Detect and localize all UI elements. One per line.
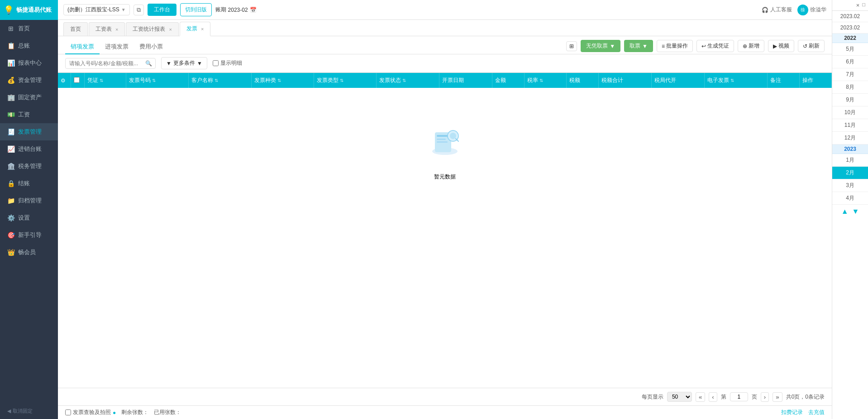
- deduct-record-link[interactable]: 扣费记录: [781, 409, 803, 416]
- table-settings-button[interactable]: ⊞: [566, 41, 577, 51]
- used-area: 已用张数：: [154, 409, 181, 416]
- switch-version-button[interactable]: 切到旧版: [180, 3, 212, 16]
- date-item-mar-2023[interactable]: 3月: [832, 179, 868, 192]
- tab-salary-table[interactable]: 工资表 ×: [89, 22, 125, 36]
- close-invoice-tab[interactable]: ×: [201, 26, 204, 32]
- salary-icon: 💵: [7, 111, 14, 118]
- sort-icon[interactable]: ⇅: [340, 78, 343, 83]
- sort-icon[interactable]: ⇅: [730, 78, 734, 83]
- search-input[interactable]: [65, 58, 156, 69]
- sidebar-item-finance[interactable]: 💰 资金管理: [0, 72, 58, 89]
- company-selector[interactable]: (勿删）江西股宝-LSS ▼: [63, 4, 130, 15]
- sidebar-item-tax[interactable]: 🏛️ 税务管理: [0, 158, 58, 175]
- subtab-sales-invoice[interactable]: 销项发票: [65, 40, 100, 54]
- date-item-november[interactable]: 11月: [832, 119, 868, 132]
- sidebar-item-member[interactable]: 👑 畅会员: [0, 244, 58, 261]
- customer-label: 客户名称: [191, 77, 213, 84]
- next-year-button[interactable]: ▼: [852, 207, 859, 216]
- refresh-button[interactable]: ↺ 刷新: [798, 40, 825, 52]
- headset-icon: 🎧: [762, 7, 768, 13]
- sort-icon[interactable]: ⇅: [152, 78, 156, 83]
- sidebar-item-guide[interactable]: 🎯 新手引导: [0, 226, 58, 244]
- generate-voucher-button[interactable]: ↩ 生成凭证: [696, 40, 734, 52]
- member-icon: 👑: [7, 249, 14, 256]
- date-item-august[interactable]: 8月: [832, 81, 868, 94]
- close-panel-button[interactable]: ×: [856, 2, 860, 9]
- date-item-july[interactable]: 7月: [832, 68, 868, 81]
- sidebar-item-close[interactable]: 🔒 结账: [0, 175, 58, 192]
- maximize-panel-button[interactable]: □: [862, 2, 865, 9]
- user-menu[interactable]: 徐 徐溢华: [797, 5, 826, 15]
- date-item-september[interactable]: 9月: [832, 94, 868, 106]
- show-detail-checkbox[interactable]: [213, 60, 219, 66]
- invoice-check-checkbox[interactable]: [65, 409, 71, 415]
- sort-icon[interactable]: ⇅: [402, 78, 406, 83]
- sort-icon[interactable]: ⇅: [277, 78, 281, 83]
- close-salary-stats-tab[interactable]: ×: [169, 27, 172, 32]
- sidebar-item-sales[interactable]: 📈 进销台账: [0, 140, 58, 158]
- show-detail-label[interactable]: 显示明细: [213, 59, 242, 67]
- new-button[interactable]: ⊕ 新增: [738, 40, 764, 52]
- video-button[interactable]: ▶ 视频: [768, 40, 794, 52]
- subtab-expense-receipt[interactable]: 费用小票: [134, 40, 168, 54]
- subtab-purchase-invoice[interactable]: 进项发票: [100, 40, 134, 54]
- sidebar-item-salary[interactable]: 💵 工资: [0, 106, 58, 123]
- sort-icon[interactable]: ⇅: [215, 78, 218, 83]
- sidebar-item-ledger[interactable]: 📋 总账: [0, 37, 58, 54]
- invoice-type-label: 发票种类: [254, 77, 276, 84]
- page-input[interactable]: [730, 392, 748, 401]
- no-voucher-button[interactable]: 无凭取票 ▼: [581, 40, 620, 52]
- date-item-may[interactable]: 5月: [832, 43, 868, 56]
- more-conditions-button[interactable]: ▼ 更多条件 ▼: [161, 57, 207, 69]
- customer-service-button[interactable]: 🎧 人工客服: [762, 6, 792, 14]
- header: (勿删）江西股宝-LSS ▼ ⧉ 工作台 切到旧版 账期 2023-02 📅 🎧…: [58, 0, 832, 20]
- sort-icon[interactable]: ⇅: [100, 78, 103, 83]
- unpin-button[interactable]: ◀ 取消固定: [0, 403, 58, 419]
- per-page-select[interactable]: 50 10 20 100: [667, 392, 692, 402]
- date-item-october[interactable]: 10月: [832, 106, 868, 119]
- date-item-apr-2023[interactable]: 4月: [832, 192, 868, 205]
- date-item-jan-2023[interactable]: 1月: [832, 154, 868, 167]
- first-page-button[interactable]: «: [696, 392, 705, 402]
- date-item-june[interactable]: 6月: [832, 56, 868, 68]
- close-salary-table-tab[interactable]: ×: [115, 27, 118, 32]
- tab-invoice[interactable]: 发票 ×: [180, 22, 210, 36]
- tab-home[interactable]: 首页: [63, 22, 88, 36]
- sidebar-item-invoice[interactable]: 🧾 发票管理: [0, 123, 58, 140]
- amount-label: 金额: [495, 77, 506, 84]
- sidebar-item-assets[interactable]: 🏢 固定资产: [0, 89, 58, 106]
- period-text: 账期 2023-02 📅: [215, 6, 257, 14]
- date-item-2023-02-first[interactable]: 2023.02: [832, 11, 868, 22]
- recharge-link[interactable]: 去充值: [808, 409, 825, 416]
- col-invoice-type: 发票种类⇅: [251, 73, 314, 88]
- next-page-button[interactable]: ›: [761, 392, 769, 402]
- tax-rate-label: 税率: [527, 77, 538, 84]
- tab-salary-stats[interactable]: 工资统计报表 ×: [126, 22, 178, 36]
- svg-rect-4: [437, 141, 448, 143]
- sidebar-item-label: 归档管理: [18, 197, 42, 205]
- last-page-button[interactable]: »: [773, 392, 782, 402]
- workbench-button[interactable]: 工作台: [148, 4, 176, 16]
- col-operation: 操作: [799, 73, 831, 88]
- sidebar-item-archive[interactable]: 📁 归档管理: [0, 192, 58, 209]
- date-item-2023-02-second[interactable]: 2023.02: [832, 22, 868, 34]
- sidebar-item-settings[interactable]: ⚙️ 设置: [0, 209, 58, 226]
- voucher-button[interactable]: 取票 ▼: [624, 40, 653, 52]
- date-item-december[interactable]: 12月: [832, 132, 868, 144]
- search-icon: 🔍: [145, 60, 152, 67]
- date-item-feb-2023[interactable]: 2月: [832, 167, 868, 179]
- sidebar-item-reports[interactable]: 📊 报表中心: [0, 54, 58, 72]
- prev-page-button[interactable]: ‹: [709, 392, 717, 402]
- sidebar-item-label: 畅会员: [18, 248, 36, 256]
- copy-button[interactable]: ⧉: [134, 5, 144, 15]
- pagination: 每页显示 50 10 20 100 « ‹ 第 页 › » 共0页，0条记录: [58, 388, 832, 405]
- batch-icon: ≡: [662, 43, 665, 49]
- sidebar-item-home[interactable]: ⊞ 首页: [0, 20, 58, 37]
- prev-year-button[interactable]: ▲: [841, 207, 849, 216]
- table-area: ⚙ 凭证⇅ 发票号码⇅ 客户名称⇅: [58, 73, 832, 388]
- sort-icon[interactable]: ⇅: [539, 78, 543, 83]
- col-remark: 备注: [767, 73, 799, 88]
- tax-label: 税额: [569, 77, 580, 84]
- batch-operations-button[interactable]: ≡ 批量操作: [657, 40, 693, 52]
- select-all-checkbox[interactable]: [74, 77, 80, 83]
